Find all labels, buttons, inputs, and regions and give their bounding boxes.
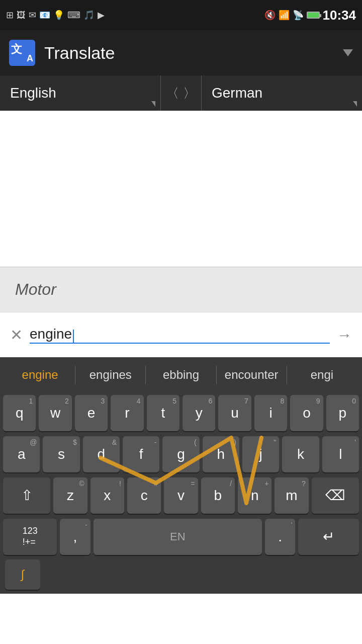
delete-key[interactable]: ⌫ xyxy=(312,477,359,514)
target-language-selector[interactable]: German xyxy=(202,75,362,111)
bulb-icon: 💡 xyxy=(53,10,64,21)
swype-row: ∫ xyxy=(0,557,362,594)
input-bar: ✕ engine → xyxy=(0,312,362,357)
space-key[interactable]: EN xyxy=(94,519,262,555)
key-f[interactable]: -f xyxy=(123,436,159,472)
status-time: 10:34 xyxy=(323,8,356,23)
keyboard-row-4: 123!+= -, EN '. ↵ xyxy=(0,516,362,557)
key-w[interactable]: 2w xyxy=(39,395,71,431)
suggestions-bar: engine engines ebbing encounter engi xyxy=(0,357,362,392)
target-language-label: German xyxy=(212,85,262,101)
keyboard-row-3: ⇧ ©z !x #c =v /b +n ?m ⌫ xyxy=(0,475,362,516)
status-icons-right: 🔇 📶 📡 10:34 xyxy=(264,8,356,23)
app-icon-zh: 文 xyxy=(11,42,22,57)
suggestion-1[interactable]: engines xyxy=(75,365,145,385)
translation-result: Motor xyxy=(15,280,56,299)
key-y[interactable]: 6y xyxy=(183,395,215,431)
app-title: Translate xyxy=(44,43,115,63)
swype-key[interactable]: ∫ xyxy=(5,559,40,590)
keyboard-row-1: 1q 2w 3e 4r 5t 6y 7u 8i 9o 0p xyxy=(0,392,362,434)
source-language-selector[interactable]: English xyxy=(0,75,160,111)
mail2-icon: 📧 xyxy=(39,10,50,21)
key-c[interactable]: #c xyxy=(127,477,161,514)
app-bar: 文 A Translate xyxy=(0,30,362,75)
shift-key[interactable]: ⇧ xyxy=(3,477,50,514)
app-icon: 文 A xyxy=(9,40,35,66)
play-icon: ▶ xyxy=(98,10,105,21)
text-input-wrapper[interactable]: engine xyxy=(30,326,330,344)
key-k[interactable]: k xyxy=(282,436,319,472)
suggestion-0[interactable]: engine xyxy=(5,365,75,385)
app-icon-en: A xyxy=(27,53,33,64)
signal-icon: 📡 xyxy=(293,10,304,21)
symbols-key[interactable]: 123!+= xyxy=(3,519,57,555)
translation-area xyxy=(0,111,362,267)
key-q[interactable]: 1q xyxy=(3,395,36,431)
key-r[interactable]: 4r xyxy=(111,395,143,431)
key-l[interactable]: 'l xyxy=(322,436,359,472)
mute-icon: 🔇 xyxy=(264,10,276,21)
source-language-label: English xyxy=(10,85,56,101)
suggestion-2[interactable]: ebbing xyxy=(146,365,216,385)
key-o[interactable]: 9o xyxy=(290,395,323,431)
key-h[interactable]: )h xyxy=(203,436,239,472)
suggestion-4[interactable]: engi xyxy=(287,365,357,385)
key-j[interactable]: "j xyxy=(242,436,279,472)
status-bar: ⊞ 🖼 ✉ 📧 💡 ⌨ 🎵 ▶ 🔇 📶 📡 10:34 xyxy=(0,0,362,30)
key-v[interactable]: =v xyxy=(164,477,198,514)
swap-languages-button[interactable]: 〈 〉 xyxy=(161,75,201,111)
key-g[interactable]: (g xyxy=(162,436,199,472)
image-icon: 🖼 xyxy=(17,10,26,21)
comma-key[interactable]: -, xyxy=(60,519,90,555)
key-d[interactable]: &d xyxy=(83,436,120,472)
result-area: Motor xyxy=(0,267,362,312)
clear-button[interactable]: ✕ xyxy=(10,326,23,344)
music-icon: 🎵 xyxy=(83,10,95,21)
input-underline xyxy=(30,343,330,344)
key-a[interactable]: @a xyxy=(3,436,40,472)
key-x[interactable]: !x xyxy=(90,477,124,514)
keyboard-row-2: @a $s &d -f (g )h "j k 'l xyxy=(0,434,362,475)
key-s[interactable]: $s xyxy=(43,436,79,472)
lang-bar: English 〈 〉 German xyxy=(0,75,362,111)
wifi-icon: 📶 xyxy=(279,10,290,21)
keyboard-icon: ⌨ xyxy=(67,10,80,21)
key-b[interactable]: /b xyxy=(201,477,235,514)
status-icons-left: ⊞ 🖼 ✉ 📧 💡 ⌨ 🎵 ▶ xyxy=(6,10,105,21)
key-p[interactable]: 0p xyxy=(326,395,359,431)
text-input-value[interactable]: engine xyxy=(30,326,330,343)
keyboard: 1q 2w 3e 4r 5t 6y 7u 8i 9o 0p @a $s &d -… xyxy=(0,392,362,594)
input-text: engine xyxy=(30,326,72,342)
mail-icon: ✉ xyxy=(29,10,36,21)
key-u[interactable]: 7u xyxy=(218,395,251,431)
dropdown-arrow-icon[interactable] xyxy=(343,49,353,56)
suggestion-3[interactable]: encounter xyxy=(217,365,287,385)
key-e[interactable]: 3e xyxy=(75,395,108,431)
key-i[interactable]: 8i xyxy=(254,395,287,431)
key-n[interactable]: +n xyxy=(238,477,272,514)
key-m[interactable]: ?m xyxy=(275,477,308,514)
swap-icon: 〈 〉 xyxy=(166,85,196,102)
add-icon: ⊞ xyxy=(6,10,14,21)
key-z[interactable]: ©z xyxy=(53,477,87,514)
period-key[interactable]: '. xyxy=(265,519,295,555)
battery-icon xyxy=(307,12,320,19)
swype-icon: ∫ xyxy=(21,568,25,582)
key-t[interactable]: 5t xyxy=(147,395,179,431)
enter-key[interactable]: ↵ xyxy=(298,519,359,555)
source-input-area[interactable] xyxy=(0,111,362,267)
send-button[interactable]: → xyxy=(337,327,352,344)
text-cursor xyxy=(73,330,74,343)
